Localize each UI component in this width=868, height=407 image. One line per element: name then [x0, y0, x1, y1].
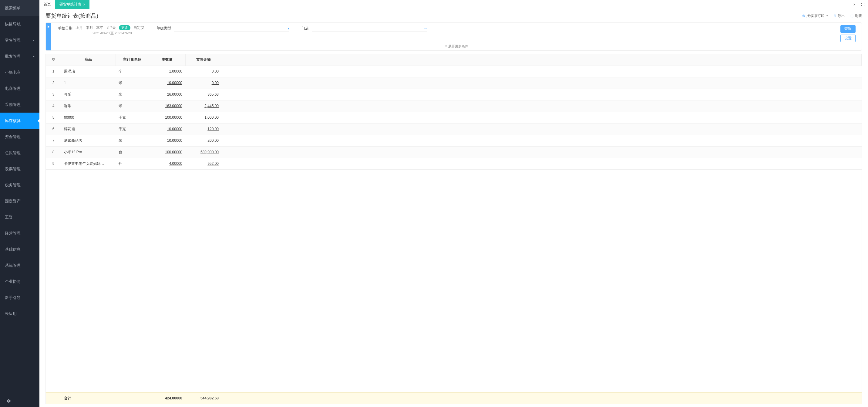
sidebar-item-4[interactable]: 小畅电商 — [0, 64, 39, 81]
sidebar-item-label: 库存核算 — [5, 118, 21, 123]
sidebar-item-label: 总账管理 — [5, 150, 21, 156]
table-row[interactable]: 7测试商品名米10.00000200.00 — [46, 135, 862, 146]
sidebar-item-17[interactable]: 企业协同 — [0, 273, 39, 290]
ellipsis-icon: ··· — [424, 27, 427, 30]
tab-close-icon[interactable]: × — [83, 3, 85, 6]
cell-amount[interactable]: 365.63 — [185, 89, 222, 100]
filter-settings-button[interactable]: 设置 — [840, 35, 856, 42]
page-title: 要货单统计表(按商品) — [45, 12, 98, 20]
sidebar-item-3[interactable]: 批发管理▾ — [0, 48, 39, 64]
tab-home[interactable]: 首页 — [39, 0, 55, 9]
date-opt-more[interactable]: 更多 — [119, 25, 130, 30]
total-label: 合计 — [61, 396, 116, 401]
table-row[interactable]: 8小米12 Pro台100.00000539,900.00 — [46, 146, 862, 158]
data-table: 商品 主计量单位 主数量 零售金额 1黑涡瑞个1.000000.0021米10.… — [46, 54, 862, 170]
sidebar-item-label: 电商管理 — [5, 86, 21, 91]
cell-unit: 米 — [116, 77, 149, 89]
sidebar-item-16[interactable]: 系统管理 — [0, 257, 39, 273]
date-opt-last-month[interactable]: 上月 — [75, 25, 83, 30]
sidebar-item-0[interactable]: 搜索菜单 — [0, 0, 39, 16]
cell-amount[interactable]: 952.00 — [185, 158, 222, 169]
sidebar-item-label: 税务管理 — [5, 182, 21, 188]
cell-amount[interactable]: 0.00 — [185, 65, 222, 77]
sidebar-item-label: 采购管理 — [5, 102, 21, 108]
table-row[interactable]: 6碎花裙千克10.00000120.00 — [46, 123, 862, 135]
settings-gear-icon[interactable] — [7, 399, 11, 403]
cell-qty[interactable]: 1.00000 — [149, 65, 185, 77]
sidebar-item-6[interactable]: 采购管理 — [0, 96, 39, 113]
filter-store-select[interactable]: ··· — [312, 25, 427, 32]
sidebar-item-label: 搜索菜单 — [5, 5, 21, 11]
table-row[interactable]: 21米10.000000.00 — [46, 77, 862, 89]
date-opt-this-month[interactable]: 本月 — [86, 25, 93, 30]
chevron-down-icon: ▾ — [33, 55, 35, 58]
sidebar-item-9[interactable]: 总账管理 — [0, 145, 39, 161]
table-row[interactable]: 1黑涡瑞个1.000000.00 — [46, 65, 862, 77]
cell-amount[interactable]: 200.00 — [185, 135, 222, 146]
print-button[interactable]: ⊕ 按模版打印 ▾ — [802, 13, 828, 19]
fullscreen-icon[interactable] — [860, 1, 866, 8]
sidebar-item-14[interactable]: 经营管理 — [0, 225, 39, 241]
sidebar-item-15[interactable]: 基础信息 — [0, 241, 39, 257]
cell-amount[interactable]: 1,000.00 — [185, 112, 222, 123]
expand-more-filters[interactable]: ≡展开更多条件 — [58, 42, 856, 49]
row-index: 2 — [46, 77, 61, 89]
sidebar-item-8[interactable]: 资金管理 — [0, 129, 39, 145]
cell-product: 卡伊莱中老年女装妈妈… — [61, 158, 116, 169]
date-opt-custom[interactable]: 自定义 — [133, 25, 144, 30]
sidebar-item-7[interactable]: 库存核算 — [0, 113, 39, 129]
cell-amount[interactable]: 120.00 — [185, 123, 222, 135]
cell-qty[interactable]: 10.00000 — [149, 135, 185, 146]
cell-qty[interactable]: 100.00000 — [149, 112, 185, 123]
table-row[interactable]: 500000千克100.000001,000.00 — [46, 112, 862, 123]
refresh-button[interactable]: ◌ 刷新 — [850, 13, 862, 19]
col-config-header[interactable] — [46, 54, 61, 65]
table-row[interactable]: 9卡伊莱中老年女装妈妈…件4.00000952.00 — [46, 158, 862, 169]
sidebar-item-label: 云应用 — [5, 311, 17, 317]
row-index: 4 — [46, 100, 61, 112]
sidebar-item-label: 小畅电商 — [5, 70, 21, 75]
query-button[interactable]: 查询 — [840, 25, 856, 33]
filter-type-select[interactable]: ▾ — [174, 25, 289, 32]
col-qty[interactable]: 主数量 — [149, 54, 185, 65]
cell-qty[interactable]: 10.00000 — [149, 77, 185, 89]
row-index: 9 — [46, 158, 61, 169]
cell-amount[interactable]: 539,900.00 — [185, 146, 222, 158]
col-amount[interactable]: 零售金额 — [185, 54, 222, 65]
col-product[interactable]: 商品 — [61, 54, 116, 65]
sidebar-item-11[interactable]: 税务管理 — [0, 177, 39, 193]
table-footer-total: 合计 424.00000 544,982.63 — [45, 393, 862, 404]
sidebar-item-13[interactable]: 工资 — [0, 209, 39, 225]
sidebar-item-label: 固定资产 — [5, 199, 21, 204]
sidebar-item-10[interactable]: 发票管理 — [0, 161, 39, 177]
export-button[interactable]: ⊕ 导出 — [833, 13, 845, 19]
cell-unit: 个 — [116, 65, 149, 77]
cell-qty[interactable]: 163.00000 — [149, 100, 185, 112]
col-unit[interactable]: 主计量单位 — [116, 54, 149, 65]
table-row[interactable]: 3可乐米26.00000365.63 — [46, 89, 862, 100]
sidebar-item-2[interactable]: 零售管理▾ — [0, 32, 39, 48]
cell-qty[interactable]: 100.00000 — [149, 146, 185, 158]
sidebar-item-12[interactable]: 固定资产 — [0, 193, 39, 209]
sidebar-item-18[interactable]: 新手引导 — [0, 290, 39, 306]
date-opt-last7[interactable]: 近7天 — [106, 25, 116, 30]
cell-qty[interactable]: 4.00000 — [149, 158, 185, 169]
chevron-down-icon: ▾ — [33, 38, 35, 42]
filter-doc-type: 单据类型 ▾ — [156, 25, 289, 32]
sidebar-item-19[interactable]: 云应用 — [0, 306, 39, 322]
tab-active[interactable]: 要货单统计表 × — [55, 0, 90, 9]
cell-unit: 件 — [116, 158, 149, 169]
cell-unit: 台 — [116, 146, 149, 158]
sidebar-item-label: 批发管理 — [5, 54, 21, 59]
tab-close-all-icon[interactable]: × — [851, 1, 858, 8]
date-opt-this-year[interactable]: 本年 — [96, 25, 103, 30]
table-row[interactable]: 4咖啡米163.000002,445.00 — [46, 100, 862, 112]
filter-date-label: 单据日期 — [58, 25, 72, 31]
sidebar-item-5[interactable]: 电商管理 — [0, 81, 39, 96]
cell-qty[interactable]: 26.00000 — [149, 89, 185, 100]
cell-amount[interactable]: 0.00 — [185, 77, 222, 89]
cell-qty[interactable]: 10.00000 — [149, 123, 185, 135]
sidebar-item-1[interactable]: 快捷导航 — [0, 16, 39, 32]
cell-amount[interactable]: 2,445.00 — [185, 100, 222, 112]
filter-collapse-toggle[interactable] — [46, 23, 51, 50]
